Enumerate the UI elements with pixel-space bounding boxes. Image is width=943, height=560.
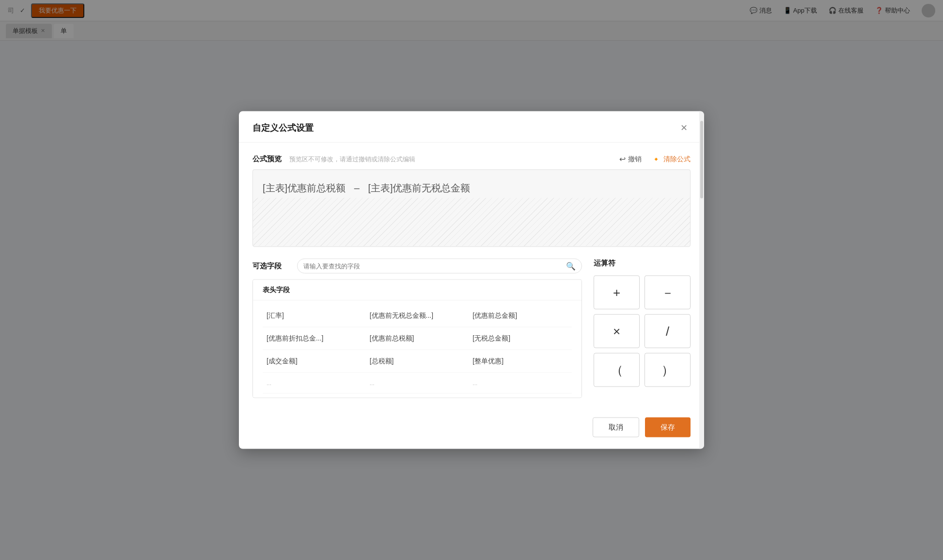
field-item[interactable]: [优惠前折扣总金...] [263, 327, 366, 350]
field-item[interactable]: [成交金额] [263, 350, 366, 373]
field-item[interactable]: [优惠前无税总金额...] [366, 305, 469, 327]
op-plus[interactable]: + [594, 276, 640, 310]
formula-text: [主表]优惠前总税额 – [主表]优惠前无税总金额 [263, 182, 680, 195]
op-left-paren[interactable]: （ [594, 353, 640, 387]
formula-label: 公式预览 [252, 155, 282, 164]
dialog-header: 自定义公式设置 ✕ [239, 111, 704, 143]
fields-label: 可选字段 [252, 262, 282, 271]
formula-preview-header: 公式预览 预览区不可修改，请通过撤销或清除公式编辑 ↩ 撤销 🔸 清除公式 [252, 155, 691, 164]
formula-part2: [主表]优惠前无税总金额 [368, 183, 470, 193]
formula-part1: [主表]优惠前总税额 [263, 183, 346, 193]
undo-icon: ↩ [619, 155, 626, 164]
field-group-header: 表头字段 [253, 280, 582, 301]
operators-grid: + － × / （ ） [594, 276, 691, 387]
clear-icon: 🔸 [651, 155, 661, 164]
op-minus[interactable]: － [644, 276, 691, 310]
scroll-track [699, 111, 704, 449]
field-header: 可选字段 🔍 [252, 259, 582, 274]
field-search-input[interactable] [303, 263, 562, 270]
field-grid: [汇率] [优惠前无税总金额...] [优惠前总金额] [优惠前折扣总金...]… [253, 301, 582, 398]
formula-minus-op: – [354, 183, 360, 193]
field-item[interactable]: [整单优惠] [469, 350, 572, 373]
field-item[interactable]: [汇率] [263, 305, 366, 327]
field-list-container: 表头字段 [汇率] [优惠前无税总金额...] [优惠前总金额] [优惠前折扣总… [252, 280, 582, 398]
op-right-paren[interactable]: ） [644, 353, 691, 387]
two-col-layout: 可选字段 🔍 表头字段 [汇率] [优惠前无税总金额...] [优惠前总金额] … [252, 259, 691, 398]
formula-dialog: 自定义公式设置 ✕ 公式预览 预览区不可修改，请通过撤销或清除公式编辑 ↩ 撤销… [239, 111, 704, 449]
operators-label: 运算符 [594, 259, 691, 268]
formula-display-area: [主表]优惠前总税额 – [主表]优惠前无税总金额 [252, 170, 691, 247]
op-multiply[interactable]: × [594, 314, 640, 348]
clear-formula-button[interactable]: 🔸 清除公式 [651, 155, 691, 164]
field-item[interactable]: [优惠前总税额] [366, 327, 469, 350]
field-item[interactable]: [总税额] [366, 350, 469, 373]
field-item-more[interactable]: ... [263, 373, 366, 394]
field-selector-col: 可选字段 🔍 表头字段 [汇率] [优惠前无税总金额...] [优惠前总金额] … [252, 259, 582, 398]
operators-col: 运算符 + － × / （ ） [594, 259, 691, 398]
search-icon: 🔍 [566, 262, 576, 271]
field-item-more2[interactable]: ... [366, 373, 469, 394]
field-item[interactable]: [无税总金额] [469, 327, 572, 350]
formula-hint: 预览区不可修改，请通过撤销或清除公式编辑 [289, 155, 619, 163]
scroll-thumb[interactable] [700, 121, 703, 199]
dialog-footer: 取消 保存 [239, 410, 704, 449]
save-button[interactable]: 保存 [645, 418, 691, 437]
field-item-more3[interactable]: ... [469, 373, 572, 394]
op-divide[interactable]: / [644, 314, 691, 348]
formula-actions: ↩ 撤销 🔸 清除公式 [619, 155, 691, 164]
cancel-button[interactable]: 取消 [593, 418, 639, 437]
field-item[interactable]: [优惠前总金额] [469, 305, 572, 327]
dialog-body: 公式预览 预览区不可修改，请通过撤销或清除公式编辑 ↩ 撤销 🔸 清除公式 [主… [239, 143, 704, 410]
field-search-box[interactable]: 🔍 [297, 259, 582, 274]
undo-button[interactable]: ↩ 撤销 [619, 155, 642, 164]
dialog-title: 自定义公式设置 [252, 122, 314, 134]
dialog-close-button[interactable]: ✕ [677, 121, 691, 135]
